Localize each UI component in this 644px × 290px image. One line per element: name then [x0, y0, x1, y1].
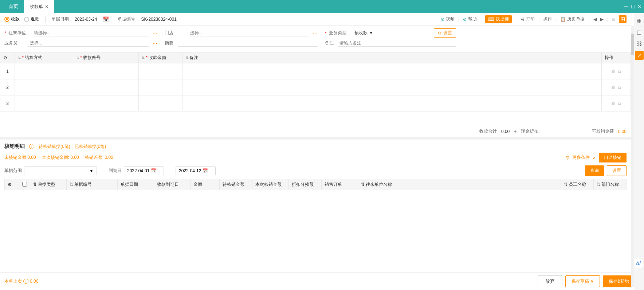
staff-input[interactable]	[28, 40, 149, 47]
cell-settle-3[interactable]	[15, 95, 73, 111]
tab-close-icon[interactable]: ×	[45, 4, 48, 9]
sort-account-icon[interactable]: ⇅	[76, 56, 79, 60]
bth-gear[interactable]: ⚙	[5, 179, 19, 190]
nav-next-icon[interactable]: ▶	[600, 17, 604, 22]
save-draft-button[interactable]: 保存草稿 ∨	[565, 275, 600, 287]
footer-info-icon[interactable]: i	[23, 279, 28, 284]
store-more-icon[interactable]: ···	[313, 30, 318, 36]
store-field: 门店 ···	[165, 30, 318, 36]
th-amount-label: 收款金额	[149, 55, 166, 60]
sort-partner-icon[interactable]: ⇅	[361, 182, 365, 187]
delete-icon-2[interactable]: 🗑	[611, 85, 616, 90]
print-btn[interactable]: 🖨 打印	[520, 16, 535, 22]
settings-btn2[interactable]: 设置	[607, 165, 627, 176]
biz-type-select[interactable]: 预收款 ▼	[353, 29, 432, 37]
table-row: 1 🗑 ⧉	[0, 63, 631, 79]
note-input[interactable]	[338, 40, 456, 47]
shortcut-btn[interactable]: ⌨ 快捷键	[485, 15, 512, 23]
range-select[interactable]: ▼	[24, 166, 97, 175]
settings-button[interactable]: ⚙ 设置	[434, 28, 456, 38]
scrollbar-thumb[interactable]	[631, 34, 634, 55]
minimize-icon[interactable]: ─	[624, 3, 628, 10]
delete-icon-3[interactable]: 🗑	[611, 101, 616, 106]
sidebar-doc-icon[interactable]: ◫	[635, 28, 644, 36]
ai-button[interactable]: Ai	[633, 259, 643, 268]
auto-verify-button[interactable]: 自动核销	[599, 153, 627, 162]
bth-this-label: 本次核销金额	[255, 182, 282, 187]
done-tab[interactable]: 已核销单据(0笔)	[75, 144, 106, 150]
sort-number-icon[interactable]: ⇅	[70, 182, 73, 187]
filter-icon[interactable]: ▽	[566, 155, 569, 160]
cell-account-2[interactable]	[73, 79, 139, 95]
bth-number-label: 单据编号	[74, 182, 92, 187]
th-remark: ⇅ 备注	[182, 52, 602, 63]
cell-remark-3[interactable]	[182, 95, 602, 111]
radio-refund[interactable]: 退款	[24, 16, 39, 22]
summary-input[interactable]	[178, 40, 318, 47]
cal-from-icon[interactable]: 📅	[151, 168, 156, 173]
th-gear[interactable]: ⚙	[0, 52, 15, 63]
help-btn[interactable]: ⊙ 帮助	[463, 16, 477, 22]
due-from-picker[interactable]: 2022-04-01 📅	[124, 166, 164, 175]
sort-staff-icon[interactable]: ⇅	[564, 182, 568, 187]
history-btn[interactable]: 📋 历史单据	[560, 16, 585, 22]
footer-buttons: 放弃 保存草稿 ∨ 保存&新增 ∨	[538, 275, 640, 287]
tab-active[interactable]: 收款单 ×	[24, 0, 54, 13]
discount-input[interactable]	[544, 129, 581, 134]
tab-home[interactable]: 首页	[3, 0, 24, 13]
cell-remark-2[interactable]	[182, 79, 602, 95]
delete-icon-1[interactable]: 🗑	[611, 69, 616, 74]
list-view-icon[interactable]: ⊞	[619, 15, 627, 23]
gear-icon[interactable]: ⚙	[3, 55, 7, 60]
sidebar-expand-icon[interactable]: ⤢	[635, 51, 644, 60]
bth-checkbox[interactable]	[19, 179, 30, 190]
cell-settle-1[interactable]	[15, 63, 73, 79]
verify-info-icon[interactable]: i	[29, 144, 34, 149]
sort-dept-icon[interactable]: ⇅	[597, 182, 600, 187]
maximize-icon[interactable]: □	[631, 3, 635, 10]
sort-type-icon[interactable]: ⇅	[33, 182, 37, 187]
abandon-button[interactable]: 放弃	[538, 275, 562, 287]
more-conditions-label[interactable]: 更多条件	[572, 154, 590, 161]
copy-icon-3[interactable]: ⧉	[618, 101, 621, 106]
biz-type-value: 预收款	[354, 30, 368, 36]
cal-to-icon[interactable]: 📅	[203, 168, 208, 173]
operation-btn[interactable]: 操作	[543, 16, 552, 22]
sidebar-table-icon[interactable]: ▦	[635, 16, 644, 25]
partner-input[interactable]	[32, 30, 149, 36]
copy-icon-2[interactable]: ⧉	[618, 85, 621, 90]
sidebar-link-icon[interactable]: ⛓	[635, 39, 644, 48]
query-button[interactable]: 查询	[585, 165, 604, 176]
cell-amount-2[interactable]	[139, 79, 182, 95]
pending-tab[interactable]: 待核销单据(0笔)	[39, 144, 70, 150]
more-chevron-icon[interactable]: ∧	[593, 155, 596, 160]
sort-settle-icon[interactable]: ⇅	[18, 56, 21, 60]
radio-collect-circle	[4, 17, 9, 22]
grid-view-icon[interactable]: ≡	[612, 16, 615, 23]
bth-partner: ⇅ 往来单位名称	[358, 179, 561, 190]
biz-required: *	[325, 31, 327, 36]
cell-remark-1[interactable]	[182, 63, 602, 79]
cell-settle-2[interactable]	[15, 79, 73, 95]
calendar-icon[interactable]: 📅	[103, 16, 109, 22]
store-input[interactable]	[189, 30, 309, 36]
staff-more-icon[interactable]: ···	[153, 40, 157, 47]
nav-prev-icon[interactable]: ◀	[593, 17, 597, 22]
bottom-gear-icon[interactable]: ⚙	[8, 182, 12, 187]
cell-account-3[interactable]	[73, 95, 139, 111]
copy-icon-1[interactable]: ⧉	[618, 69, 621, 74]
sort-remark-icon[interactable]: ⇅	[185, 56, 188, 60]
close-window-icon[interactable]: ×	[638, 3, 641, 10]
sort-amount-icon[interactable]: ⇅	[142, 56, 145, 60]
range-field: 单据范围 ▼	[4, 166, 97, 175]
bth-discount-label: 折扣分摊额	[292, 182, 314, 187]
cell-amount-3[interactable]	[139, 95, 182, 111]
select-all-checkbox[interactable]	[22, 182, 27, 187]
cell-account-1[interactable]	[73, 63, 139, 79]
cell-amount-1[interactable]	[139, 63, 182, 79]
radio-collect[interactable]: 收款	[4, 16, 20, 22]
due-to-picker[interactable]: 2022-04-12 📅	[176, 166, 216, 175]
partner-more-icon[interactable]: ···	[153, 30, 157, 36]
note-label: 备注	[325, 40, 336, 46]
video-btn[interactable]: ⊙ 视频	[441, 16, 455, 22]
